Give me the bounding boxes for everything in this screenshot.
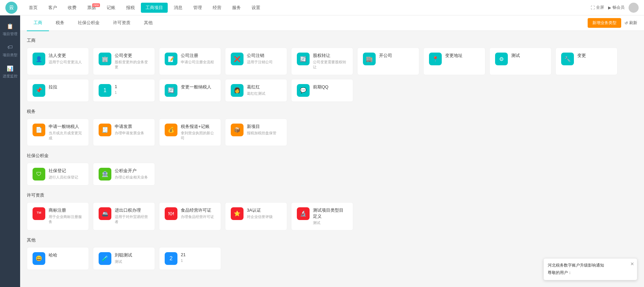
card-4-2[interactable]: 2211 [159, 247, 221, 270]
card-0-11[interactable]: 🔄变更一般纳税人 [159, 79, 221, 102]
sidebar-icon-2: 📊 [6, 64, 14, 72]
card-4-0[interactable]: 😄哈哈 [27, 247, 89, 270]
card-desc-3-3: 对企业信誉评级 [247, 214, 281, 219]
sub-tab-2[interactable]: 社保公积金 [71, 15, 106, 31]
card-info-0-13: 前期QQ [313, 84, 347, 91]
card-icon-0-5: 🏬 [363, 53, 376, 65]
add-business-type-button[interactable]: 新增业务类型 [588, 18, 621, 28]
card-desc-0-2: 申请公司注册全流程 [181, 60, 215, 65]
nav-item-客户[interactable]: 客户 [44, 3, 62, 13]
card-0-7[interactable]: ⚙测试 [489, 48, 551, 75]
card-0-6[interactable]: 📍变更地址 [423, 48, 485, 75]
card-0-2[interactable]: 📝公司注册申请公司注册全流程 [159, 48, 221, 75]
card-0-8[interactable]: 🔧变更 [555, 48, 618, 75]
card-desc-3-1: 适用于对外贸易经营者 [115, 214, 149, 225]
nav-item-消息[interactable]: 消息 [169, 3, 187, 13]
cards-grid-0: 👤法人变更适用于公司变更法人🏢公司变更股权变更外的业务变更📝公司注册申请公司注册… [27, 48, 637, 102]
card-icon-0-0: 👤 [33, 53, 45, 65]
card-0-9[interactable]: 📌拉拉 [27, 79, 89, 102]
card-desc-0-1: 股权变更外的业务变更 [115, 60, 149, 70]
card-icon-4-0: 😄 [33, 252, 45, 265]
nav-badge-new: new [92, 3, 100, 7]
notification-close-button[interactable]: ✕ [630, 261, 634, 267]
section-title-3: 许可资质 [27, 192, 637, 198]
card-icon-1-1: 🧾 [99, 124, 111, 136]
card-0-10[interactable]: 111 [93, 79, 155, 102]
sidebar-item-1[interactable]: 🏷项目类型 [0, 40, 20, 61]
card-1-0[interactable]: 📄申请一般纳税人当月或次月成变更完成 [27, 119, 89, 146]
card-desc-1-3: 报税加税控盘保管 [247, 131, 281, 136]
card-3-4[interactable]: 🔬测试项目类型目定义测试 [291, 202, 353, 230]
nav-item-首页[interactable]: 首页 [24, 3, 42, 13]
card-name-0-9: 拉拉 [49, 84, 83, 90]
nav-item-票据[interactable]: 票据new [83, 3, 101, 13]
card-1-3[interactable]: 📦新项目报税加税控盘保管 [225, 119, 287, 146]
sub-tab-0[interactable]: 工商 [27, 15, 49, 31]
nav-item-设置[interactable]: 设置 [247, 3, 265, 13]
sidebar-item-0[interactable]: 📋项目管理 [0, 19, 20, 40]
user-avatar[interactable] [629, 3, 639, 13]
card-0-13[interactable]: 💬前期QQ [291, 79, 353, 102]
card-0-5[interactable]: 🏬开公司 [357, 48, 419, 75]
nav-item-经营[interactable]: 经营 [208, 3, 226, 13]
card-icon-2-0: 🛡 [33, 168, 45, 181]
card-3-1[interactable]: 🚢进出口权办理适用于对外贸易经营者 [93, 202, 155, 230]
card-1-1[interactable]: 🧾申请发票办理申请发票业务 [93, 119, 155, 146]
card-name-1-0: 申请一般纳税人 [49, 124, 83, 130]
nav-item-报税[interactable]: 报税 [121, 3, 140, 13]
sidebar-item-2[interactable]: 📊进度监控 [0, 61, 20, 82]
card-icon-1-0: 📄 [33, 124, 45, 136]
sub-tab-1[interactable]: 税务 [49, 15, 71, 31]
card-0-4[interactable]: 🔄股权转让公司变更需要股权转让 [291, 48, 353, 75]
card-0-0[interactable]: 👤法人变更适用于公司变更法人 [27, 48, 89, 75]
sub-tab-3[interactable]: 许可资质 [106, 15, 137, 31]
nav-item-管理[interactable]: 管理 [189, 3, 207, 13]
nav-right: ⛶ 全屏 ▶ 畅会员 [591, 3, 639, 13]
card-desc-0-4: 公司变更需要股权转让 [313, 60, 347, 70]
sub-tab-4[interactable]: 其他 [137, 15, 159, 31]
card-name-0-6: 变更地址 [445, 53, 480, 59]
card-desc-3-0: 用于企业商标注册服务 [49, 214, 83, 225]
card-3-3[interactable]: ⭐3A认证对企业信誉评级 [225, 202, 287, 230]
section-title-2: 社保公积金 [27, 153, 637, 159]
nav-item-记账[interactable]: 记账 [102, 3, 120, 13]
card-icon-0-9: 📌 [33, 84, 45, 97]
card-name-4-0: 哈哈 [49, 252, 83, 258]
card-name-2-0: 社保登记 [49, 168, 83, 174]
card-name-0-4: 股权转让 [313, 53, 347, 59]
card-icon-0-1: 🏢 [99, 53, 111, 65]
card-2-0[interactable]: 🛡社保登记进行人员社保登记 [27, 163, 89, 186]
nav-item-工商项目[interactable]: 工商项目 [141, 3, 168, 13]
card-3-2[interactable]: 🍽食品经营许可证办理食品经营许可证 [159, 202, 221, 230]
card-0-12[interactable]: 👩葛红红葛红红测试 [225, 79, 287, 102]
card-info-3-2: 食品经营许可证办理食品经营许可证 [181, 207, 215, 219]
card-4-1[interactable]: 🧪刘聪测试测试 [93, 247, 155, 270]
content-area: 工商👤法人变更适用于公司变更法人🏢公司变更股权变更外的业务变更📝公司注册申请公司… [20, 31, 644, 283]
card-name-1-2: 税务报道+记账 [181, 124, 215, 130]
card-0-3[interactable]: ❌公司注销适用于注销公司 [225, 48, 287, 75]
fullscreen-button[interactable]: ⛶ 全屏 [591, 5, 604, 10]
notification-popup: ✕ 河北税务数字账户升级影响通知 尊敬的用户： [543, 258, 637, 280]
card-icon-4-1: 🧪 [99, 252, 111, 265]
card-icon-2-1: 🏦 [99, 168, 111, 181]
card-3-0[interactable]: ™商标注册用于企业商标注册服务 [27, 202, 89, 230]
card-1-2[interactable]: 💰税务报道+记账拿到营业执照的新公司 [159, 119, 221, 146]
member-button[interactable]: ▶ 畅会员 [608, 5, 625, 10]
card-name-1-1: 申请发票 [115, 124, 149, 130]
refresh-button[interactable]: ↺ 刷新 [625, 20, 637, 26]
card-name-0-12: 葛红红 [247, 84, 281, 90]
card-desc-1-2: 拿到营业执照的新公司 [181, 131, 215, 141]
card-name-3-4: 测试项目类型目定义 [313, 207, 347, 219]
card-name-0-10: 1 [115, 84, 149, 89]
card-info-0-2: 公司注册申请公司注册全流程 [181, 53, 215, 65]
sidebar: 📋项目管理🏷项目类型📊进度监控 [0, 15, 20, 287]
card-info-3-1: 进出口权办理适用于对外贸易经营者 [115, 207, 149, 225]
nav-item-服务[interactable]: 服务 [227, 3, 246, 13]
card-2-1[interactable]: 🏦公积金开户办理公积金相关业务 [93, 163, 155, 186]
card-info-0-8: 变更 [577, 53, 612, 60]
nav-item-收费[interactable]: 收费 [63, 3, 81, 13]
card-name-0-7: 测试 [511, 53, 546, 59]
card-0-1[interactable]: 🏢公司变更股权变更外的业务变更 [93, 48, 155, 75]
sub-tabs-right: 新增业务类型 ↺ 刷新 [588, 18, 637, 28]
card-icon-0-3: ❌ [231, 53, 244, 65]
